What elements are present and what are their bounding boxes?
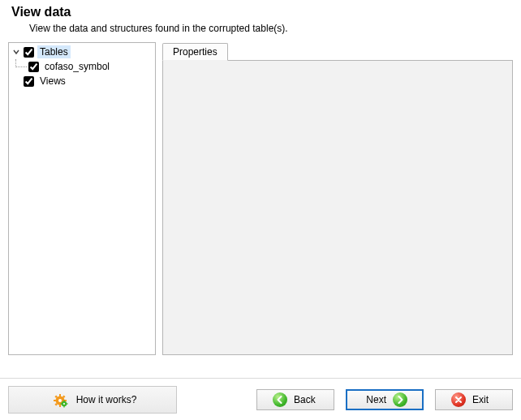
page-title: View data <box>11 5 510 19</box>
footer: How it works? Back Next Exit <box>0 378 521 420</box>
arrow-right-icon <box>393 392 407 407</box>
back-label: Back <box>294 394 318 405</box>
svg-rect-2 <box>59 394 61 396</box>
gears-icon <box>49 391 70 409</box>
svg-rect-12 <box>63 400 64 401</box>
svg-rect-14 <box>60 403 62 404</box>
back-button[interactable]: Back <box>256 389 334 410</box>
exit-button[interactable]: Exit <box>435 389 513 410</box>
page-subtitle: View the data and structures found in th… <box>11 19 510 41</box>
how-it-works-button[interactable]: How it works? <box>8 386 177 414</box>
properties-body <box>162 60 513 355</box>
next-label: Next <box>362 394 386 405</box>
tree-node-tables[interactable]: Tables <box>11 45 153 59</box>
checkbox-views[interactable] <box>24 76 34 87</box>
arrow-left-icon <box>273 392 287 407</box>
checkbox-tables[interactable] <box>24 47 34 58</box>
right-panel: Properties <box>162 42 513 355</box>
tree-connector <box>11 59 27 74</box>
tabstrip: Properties <box>162 42 513 60</box>
tree-node-views[interactable]: Views <box>11 74 153 88</box>
tab-properties[interactable]: Properties <box>162 43 228 61</box>
close-icon <box>451 392 466 407</box>
svg-point-1 <box>58 399 62 402</box>
next-button[interactable]: Next <box>346 389 424 410</box>
chevron-down-icon[interactable] <box>11 46 22 58</box>
checkbox-cofaso-symbol[interactable] <box>28 62 39 72</box>
content-area: Tables cofaso_symbol Views Properties <box>0 42 521 355</box>
header: View data View the data and structures f… <box>0 0 521 42</box>
svg-rect-13 <box>63 405 64 407</box>
tree-label-cofaso-symbol[interactable]: cofaso_symbol <box>42 60 112 73</box>
svg-rect-3 <box>59 405 61 407</box>
svg-point-11 <box>63 402 65 404</box>
tree-panel: Tables cofaso_symbol Views <box>8 42 156 355</box>
tree-node-cofaso-symbol[interactable]: cofaso_symbol <box>11 59 153 74</box>
tree-label-views[interactable]: Views <box>37 75 68 88</box>
svg-rect-4 <box>54 400 56 401</box>
svg-rect-15 <box>66 403 67 404</box>
how-it-works-label: How it works? <box>76 394 137 405</box>
exit-label: Exit <box>472 394 497 405</box>
tree-label-tables[interactable]: Tables <box>37 45 71 58</box>
